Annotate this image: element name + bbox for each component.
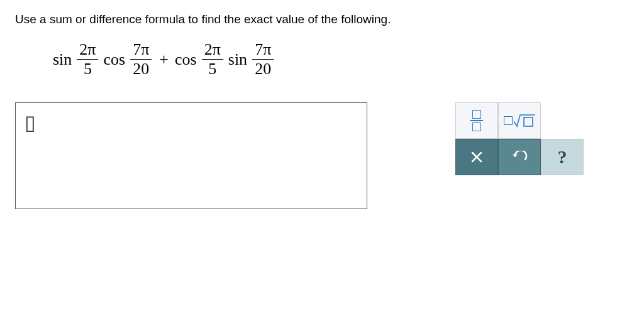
- help-button[interactable]: ?: [541, 139, 584, 175]
- sqrt-tool-button[interactable]: [498, 102, 541, 139]
- help-icon: ?: [558, 146, 567, 168]
- frac-num: 7π: [252, 41, 274, 60]
- fraction-2: 7π 20: [130, 41, 152, 77]
- fn-sin: sin: [53, 50, 72, 69]
- frac-num: 7π: [130, 41, 152, 60]
- frac-den: 20: [252, 60, 274, 77]
- fraction-3: 2π 5: [202, 41, 223, 77]
- answer-placeholder-glyph: ▯: [25, 111, 36, 134]
- sqrt-icon: [504, 114, 535, 128]
- fn-cos: cos: [103, 50, 125, 69]
- undo-button[interactable]: [498, 139, 541, 175]
- svg-rect-0: [524, 117, 533, 126]
- fraction-tool-button[interactable]: [455, 102, 498, 139]
- frac-num: 2π: [202, 41, 223, 60]
- plus-operator: +: [157, 50, 171, 69]
- frac-den: 5: [206, 60, 219, 77]
- close-icon: [470, 150, 484, 164]
- fraction-icon: [470, 109, 483, 133]
- frac-den: 5: [81, 60, 94, 77]
- frac-num: 2π: [77, 41, 98, 60]
- question-prompt: Use a sum or difference formula to find …: [15, 13, 629, 26]
- fraction-4: 7π 20: [252, 41, 274, 77]
- fn-sin-2: sin: [228, 50, 247, 69]
- frac-den: 20: [130, 60, 152, 77]
- undo-icon: [511, 151, 528, 163]
- clear-button[interactable]: [455, 139, 498, 175]
- tool-palette: ?: [455, 102, 584, 175]
- math-expression: sin 2π 5 cos 7π 20 + cos 2π 5 sin 7π 20: [53, 41, 629, 77]
- fraction-1: 2π 5: [77, 41, 98, 77]
- answer-input[interactable]: ▯: [15, 102, 367, 209]
- fn-cos-2: cos: [175, 50, 197, 69]
